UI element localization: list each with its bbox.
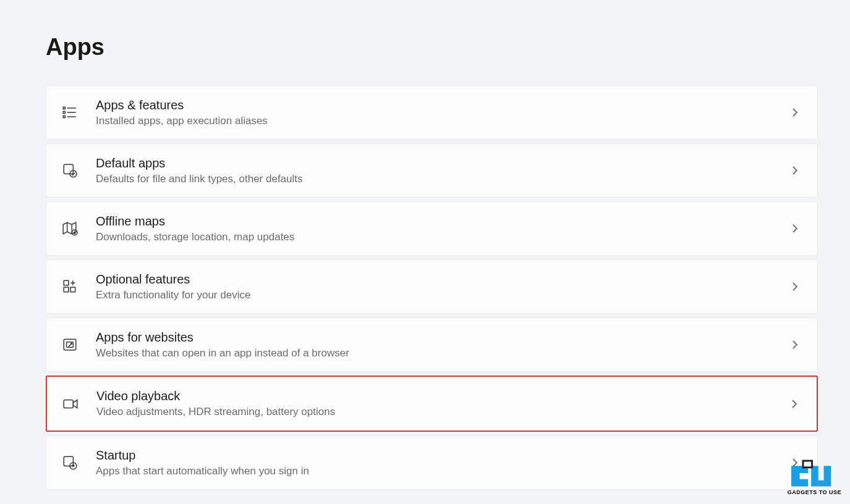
svg-rect-2 bbox=[63, 111, 65, 113]
item-body: Startup Apps that start automatically wh… bbox=[96, 447, 773, 478]
item-title: Apps & features bbox=[96, 97, 773, 113]
item-optional-features[interactable]: Optional features Extra functionality fo… bbox=[46, 259, 818, 314]
svg-rect-4 bbox=[63, 116, 65, 117]
svg-rect-13 bbox=[70, 287, 75, 292]
svg-rect-23 bbox=[818, 481, 825, 487]
item-subtitle: Downloads, storage location, map updates bbox=[96, 230, 773, 244]
item-default-apps[interactable]: Default apps Defaults for file and link … bbox=[46, 143, 818, 198]
svg-rect-11 bbox=[64, 281, 69, 286]
apps-for-websites-icon bbox=[61, 337, 79, 353]
svg-rect-25 bbox=[804, 462, 812, 467]
item-startup[interactable]: Startup Apps that start automatically wh… bbox=[46, 435, 818, 490]
default-apps-icon bbox=[61, 162, 79, 178]
page-title: Apps bbox=[46, 34, 820, 61]
svg-rect-18 bbox=[64, 400, 73, 408]
startup-icon bbox=[61, 455, 79, 471]
watermark-logo-icon bbox=[790, 460, 838, 488]
item-subtitle: Extra functionality for your device bbox=[96, 288, 773, 302]
item-body: Apps & features Installed apps, app exec… bbox=[96, 97, 773, 128]
item-title: Apps for websites bbox=[96, 329, 773, 345]
item-body: Apps for websites Websites that can open… bbox=[96, 329, 773, 360]
item-apps-and-features[interactable]: Apps & features Installed apps, app exec… bbox=[46, 85, 818, 140]
chevron-right-icon bbox=[790, 166, 802, 175]
optional-features-icon bbox=[61, 279, 79, 295]
item-body: Video playback Video adjustments, HDR st… bbox=[96, 388, 772, 419]
item-subtitle: Video adjustments, HDR streaming, batter… bbox=[96, 405, 772, 419]
svg-rect-21 bbox=[811, 466, 818, 486]
svg-rect-0 bbox=[63, 107, 65, 109]
item-title: Default apps bbox=[96, 155, 773, 171]
item-body: Offline maps Downloads, storage location… bbox=[96, 213, 773, 244]
svg-rect-12 bbox=[64, 287, 69, 292]
chevron-right-icon bbox=[789, 399, 802, 409]
chevron-right-icon bbox=[790, 340, 802, 350]
item-subtitle: Defaults for file and link types, other … bbox=[96, 172, 773, 186]
svg-rect-6 bbox=[64, 164, 73, 174]
item-title: Optional features bbox=[96, 271, 773, 287]
chevron-right-icon bbox=[790, 224, 802, 233]
item-subtitle: Websites that can open in an app instead… bbox=[96, 346, 773, 360]
map-icon bbox=[61, 220, 79, 237]
chevron-right-icon bbox=[790, 107, 802, 117]
svg-rect-19 bbox=[64, 456, 73, 466]
item-title: Startup bbox=[96, 447, 773, 463]
item-title: Offline maps bbox=[96, 213, 773, 229]
item-title: Video playback bbox=[96, 388, 772, 404]
item-offline-maps[interactable]: Offline maps Downloads, storage location… bbox=[46, 201, 818, 256]
watermark: GADGETS TO USE bbox=[788, 460, 841, 495]
item-subtitle: Installed apps, app execution aliases bbox=[96, 114, 773, 128]
item-body: Optional features Extra functionality fo… bbox=[96, 271, 773, 302]
chevron-right-icon bbox=[790, 282, 802, 292]
settings-list: Apps & features Installed apps, app exec… bbox=[46, 85, 818, 490]
item-body: Default apps Defaults for file and link … bbox=[96, 155, 773, 186]
watermark-text: GADGETS TO USE bbox=[788, 489, 841, 495]
apps-list-icon bbox=[61, 104, 79, 120]
item-video-playback[interactable]: Video playback Video adjustments, HDR st… bbox=[46, 376, 818, 431]
svg-rect-22 bbox=[824, 466, 831, 486]
item-subtitle: Apps that start automatically when you s… bbox=[96, 464, 773, 478]
video-icon bbox=[62, 396, 79, 412]
item-apps-for-websites[interactable]: Apps for websites Websites that can open… bbox=[46, 317, 818, 372]
svg-rect-16 bbox=[64, 340, 76, 350]
